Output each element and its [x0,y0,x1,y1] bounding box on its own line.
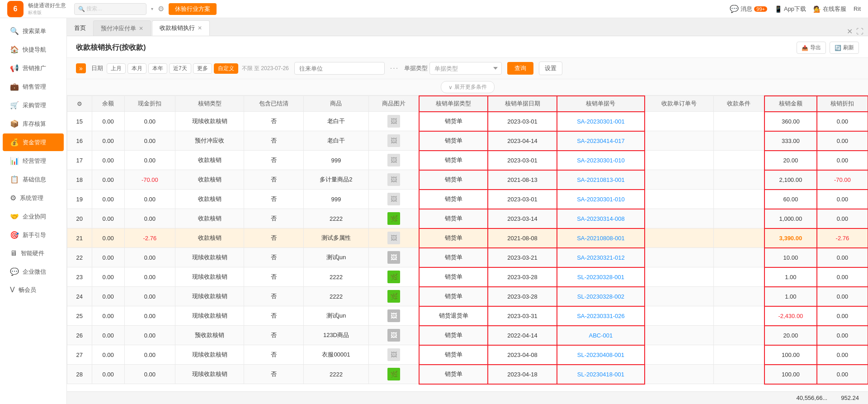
settings-button[interactable]: 设置 [539,62,562,75]
sidebar-item-operations[interactable]: 📊 经营管理 [3,152,64,170]
col-writeoff-amount: 核销金额 [764,96,817,112]
table-header-row: ⚙ 余额 现金折扣 核销类型 包含已结清 商品 商品图片 核销单据类型 核销单据… [67,96,868,112]
sidebar-item-inventory[interactable]: 📦 库存核算 [3,115,64,133]
sidebar-item-wechat[interactable]: 💬 企业微信 [3,263,64,280]
tab-home[interactable]: 首页 [67,20,93,36]
quicknav-icon: 🏠 [10,45,19,54]
inventory-icon: 📦 [10,119,19,128]
date-range-display: 不限 至 2023-07-26 [242,65,289,72]
partner-input[interactable] [294,62,385,75]
sidebar-item-marketing[interactable]: 📢 营销推广 [3,59,64,77]
username-display: Rit [854,5,861,12]
table-row: 280.000.00现续收款核销否2222🌿销货单2023-04-18SL-20… [67,365,868,384]
filter-expand-button[interactable]: » [76,63,86,73]
sidebar-item-sales[interactable]: 💼 销售管理 [3,78,64,95]
sidebar-item-purchase[interactable]: 🛒 采购管理 [3,96,64,114]
system-icon: ⚙ [10,194,16,202]
app-download-link[interactable]: 📱 App下载 [774,5,806,13]
tab-expand-icon[interactable]: ⛶ [856,28,863,36]
tab-writeoff[interactable]: 收款核销执行 ✕ [152,20,210,36]
sidebar-item-guide[interactable]: 🎯 新手引导 [3,226,64,244]
app-brand: 畅捷通谱好生意 标准版 [28,2,66,16]
operations-icon: 📊 [10,157,19,165]
top-bar-right: 💬 消息 99+ 📱 App下载 💁 在线客服 Rit [730,5,861,13]
sidebar-item-finance[interactable]: 💰 资金管理 [3,133,64,151]
col-balance: 余额 [92,96,124,112]
expand-more-row: ∨ 展开更多条件 [67,79,868,95]
table-footer: 40,556,66... 952.24 [67,391,868,404]
date-btn-last-month[interactable]: 上月 [107,63,126,74]
sidebar-item-member[interactable]: V 畅会员 [3,281,64,299]
table-row: 240.000.00现续收款核销否2222🌿销货单2023-03-28SL-20… [67,287,868,306]
refresh-button[interactable]: 🔄 刷新 [830,42,859,54]
sidebar-item-collab[interactable]: 🤝 企业协同 [3,208,64,225]
sidebar-item-search[interactable]: 🔍 搜索菜单 [3,22,64,40]
table-row: 160.000.00预付冲应收否老白干🖼销货单2023-04-14SA-2023… [67,131,868,151]
table-row: 230.000.00现续收款核销否2222🌿销货单2023-03-28SL-20… [67,267,868,287]
online-service-link[interactable]: 💁 在线客服 [813,5,846,13]
sidebar-item-hardware[interactable]: 🖥 智能硬件 [3,245,64,262]
collab-icon: 🤝 [10,212,19,221]
date-btn-this-year[interactable]: 本年 [148,63,167,74]
solution-button[interactable]: 休验行业方案 [169,3,217,15]
table-row: 170.000.00收款核销否999🖼销货单2023-03-01SA-20230… [67,151,868,170]
sidebar: 🔍 搜索菜单 🏠 快捷导航 📢 营销推广 💼 销售管理 🛒 采购管理 📦 库存核… [0,18,67,404]
date-btn-more[interactable]: 更多 [193,63,212,74]
marketing-icon: 📢 [10,64,19,72]
filter-bar: » 日期 上月 本月 本年 近7天 更多 自定义 不限 至 2023-07-26… [67,58,868,79]
guide-icon: 🎯 [10,231,19,239]
table-row: 150.000.00现续收款核销否老白干🖼销货单2023-03-01SA-202… [67,112,868,131]
footer-writeoff-discount: 952.24 [841,394,859,401]
messages-badge: 99+ [754,6,767,12]
col-receipt-cond: 收款条件 [713,96,764,112]
col-goods-image: 商品图片 [368,96,419,112]
col-receipt-order-no: 收款单订单号 [645,96,713,112]
col-voucher-type: 核销单据类型 [419,96,488,112]
dropdown-arrow-icon[interactable]: ▾ [151,6,153,11]
col-cash-discount: 现金折扣 [124,96,175,112]
tab-close-writeoff[interactable]: ✕ [198,25,202,31]
col-goods: 商品 [304,96,368,112]
date-label: 日期 [91,64,103,72]
voucher-type-filter: 单据类型 单据类型 [404,62,502,75]
date-filter-row: 日期 上月 本月 本年 近7天 更多 自定义 不限 至 2023-07-26 [91,63,289,74]
table-row: 260.000.00预收款核销否123D商品🖼销货单2022-04-14ABC-… [67,326,868,345]
content-area: 首页 预付冲应付单 ✕ 收款核销执行 ✕ ✕ ⛶ 收款核销执行(按收款) 📤 [67,18,868,404]
col-writeoff-discount: 核销折扣 [817,96,868,112]
sidebar-item-quicknav[interactable]: 🏠 快捷导航 [3,41,64,58]
date-btn-this-month[interactable]: 本月 [127,63,146,74]
top-search-placeholder: 🔍 搜索... [74,3,146,15]
sidebar-item-system[interactable]: ⚙ 系统管理 [3,189,64,207]
tab-prepay[interactable]: 预付冲应付单 ✕ [93,20,151,36]
page-actions: 📤 导出 🔄 刷新 [797,42,859,54]
table-row: 200.000.00收款核销否2222🌿销货单2023-03-14SA-2023… [67,209,868,228]
expand-more-button[interactable]: ∨ 展开更多条件 [441,81,495,93]
voucher-type-select[interactable]: 单据类型 [429,62,502,75]
query-button[interactable]: 查询 [507,62,533,75]
tab-close-all-icon[interactable]: ✕ [847,27,853,36]
search-menu-icon: 🔍 [10,27,19,35]
purchase-icon: 🛒 [10,101,19,109]
main-page: 收款核销执行(按收款) 📤 导出 🔄 刷新 » 日期 [67,36,868,404]
tab-close-prepay[interactable]: ✕ [139,25,143,32]
table-row: 270.000.00现续收款核销否衣服00001🖼销货单2023-04-08SL… [67,345,868,365]
more-filter-dots[interactable]: ··· [390,64,399,72]
col-settings[interactable]: ⚙ [67,96,92,112]
messages-link[interactable]: 💬 消息 99+ [730,5,767,13]
settings-icon[interactable]: ⚙ [158,5,164,13]
table-row: 180.00-70.00收款核销否多计量商品2🖼销货单2021-08-13SA-… [67,170,868,190]
app-logo: 6 [7,1,24,17]
table-row: 250.000.00现续收款核销否测试jun🖼销货退货单2023-03-31SA… [67,306,868,326]
table-body: 150.000.00现续收款核销否老白干🖼销货单2023-03-01SA-202… [67,112,868,384]
export-button[interactable]: 📤 导出 [797,42,826,54]
tab-bar: 首页 预付冲应付单 ✕ 收款核销执行 ✕ ✕ ⛶ [67,18,868,36]
hardware-icon: 🖥 [10,249,17,257]
page-header: 收款核销执行(按收款) 📤 导出 🔄 刷新 [67,36,868,58]
sidebar-item-basic-info[interactable]: 📋 基础信息 [3,171,64,188]
col-include-settled: 包含已结清 [244,96,304,112]
date-btn-7days[interactable]: 近7天 [169,63,191,74]
export-icon: 📤 [802,45,808,51]
table-wrapper: ⚙ 余额 现金折扣 核销类型 包含已结清 商品 商品图片 核销单据类型 核销单据… [67,95,868,391]
col-voucher-no: 核销单据号 [557,96,645,112]
date-btn-custom[interactable]: 自定义 [214,63,238,74]
